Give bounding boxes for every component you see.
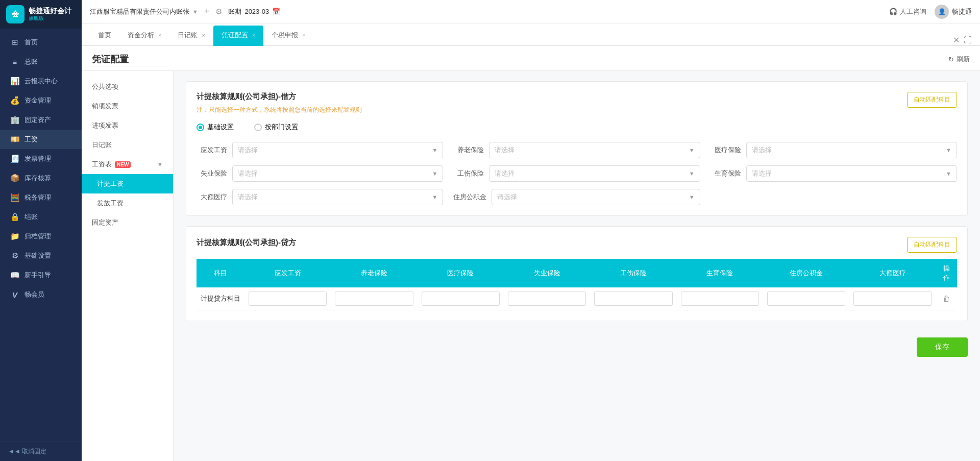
username-label: 畅捷通 (952, 7, 972, 16)
delete-row-button[interactable]: 🗑 (943, 295, 950, 303)
sidebar-item-fixed-assets[interactable]: 🏢 固定资产 (0, 110, 82, 130)
row-salary-input[interactable] (244, 287, 331, 310)
page-content: 凭证配置 ↻ 刷新 公共选项 销项发票 进项发票 日记账 (82, 46, 980, 461)
left-nav-sales-invoice[interactable]: 销项发票 (82, 96, 173, 116)
refresh-button[interactable]: ↻ 刷新 (948, 55, 970, 64)
sidebar-item-ledger-label: 总账 (24, 57, 38, 66)
sidebar-item-guide[interactable]: 📖 新手引导 (0, 265, 82, 285)
tab-funds-label: 资金分析 (128, 31, 154, 40)
left-nav-salary-pay[interactable]: 发放工资 (82, 193, 173, 213)
unemployment-select[interactable]: 请选择 ▼ (232, 165, 443, 182)
radio-basic[interactable]: 基础设置 (197, 123, 234, 132)
sidebar-item-basic[interactable]: ⚙ 基础设置 (0, 246, 82, 265)
medical-select[interactable]: 请选择 ▼ (746, 142, 957, 158)
unemployment-input[interactable] (508, 292, 586, 306)
company-selector[interactable]: 江西服宝精品有限责任公司内账张 ▼ (90, 7, 198, 16)
radio-group: 基础设置 按部门设置 (197, 123, 957, 132)
left-nav-salary-accrual[interactable]: 计提工资 (82, 174, 173, 193)
auto-match-credit-button[interactable]: 自动匹配科目 (907, 237, 957, 253)
logo-text: 畅捷通好会计 (29, 7, 71, 15)
left-nav-purchase-invoice[interactable]: 进项发票 (82, 116, 173, 135)
auto-match-debit-button[interactable]: 自动匹配科目 (907, 92, 957, 108)
sidebar-item-funds[interactable]: 💰 资金管理 (0, 91, 82, 110)
section-debit: 计提核算规则(公司承担)-借方 注：只能选择一种方式，系统将按照您当前的选择来配… (186, 81, 968, 216)
pension-select[interactable]: 请选择 ▼ (489, 142, 700, 158)
topbar: 江西服宝精品有限责任公司内账张 ▼ + ⚙ 账期 2023-03 📅 🎧 人工咨… (82, 0, 980, 23)
tab-home-label: 首页 (98, 31, 111, 40)
section-debit-title: 计提核算规则(公司承担)-借方 (197, 92, 362, 102)
left-nav-salary-accrual-label: 计提工资 (97, 179, 124, 188)
work-injury-label: 工伤保险 (453, 169, 484, 178)
maximize-icon[interactable]: ⛶ (964, 36, 972, 45)
big-medical-arrow: ▼ (432, 194, 437, 200)
medical-arrow: ▼ (946, 147, 951, 153)
tab-voucher-config[interactable]: 凭证配置 × (213, 26, 263, 46)
sidebar-item-salary-label: 工资 (24, 135, 38, 144)
housing-select[interactable]: 请选择 ▼ (492, 189, 700, 205)
row-pension-input[interactable] (331, 287, 417, 310)
add-account-button[interactable]: + (204, 6, 210, 17)
section-credit-title: 计提核算规则(公司承担)-贷方 (197, 238, 296, 248)
sidebar-item-salary[interactable]: 💴 工资 (0, 130, 82, 149)
tab-journal-close[interactable]: × (202, 32, 205, 38)
close-window-icon[interactable]: ✕ (953, 35, 960, 45)
form-item-big-medical: 大额医疗 请选择 ▼ (197, 189, 443, 205)
period-value: 2023-03 (244, 8, 269, 15)
maternity-select[interactable]: 请选择 ▼ (746, 165, 957, 182)
row-maternity-input[interactable] (677, 287, 763, 310)
save-button[interactable]: 保存 (917, 337, 968, 357)
row-housing-input[interactable] (763, 287, 849, 310)
settings-icon[interactable]: ⚙ (215, 7, 222, 16)
salary-input[interactable] (249, 292, 327, 306)
tab-journal[interactable]: 日记账 × (169, 26, 213, 46)
sidebar-item-inventory[interactable]: 📦 库存核算 (0, 168, 82, 188)
radio-dept-label: 按部门设置 (265, 123, 298, 132)
avatar: 👤 (935, 5, 949, 19)
sidebar-footer-cancel-pin[interactable]: ◄◄ 取消固定 (0, 442, 82, 461)
medical-input[interactable] (422, 292, 500, 306)
housing-input[interactable] (767, 292, 845, 306)
left-nav-journal[interactable]: 日记账 (82, 135, 173, 155)
tab-voucher-config-close[interactable]: × (252, 32, 255, 38)
period-area: 账期 2023-03 📅 (228, 7, 280, 16)
consult-button[interactable]: 🎧 人工咨询 (889, 7, 926, 16)
work-injury-select[interactable]: 请选择 ▼ (489, 165, 700, 182)
calendar-icon[interactable]: 📅 (272, 8, 280, 15)
row-unemployment-input[interactable] (504, 287, 590, 310)
form-item-maternity: 生育保险 请选择 ▼ (710, 165, 957, 182)
tab-tax-report-close[interactable]: × (302, 32, 305, 38)
left-nav-public[interactable]: 公共选项 (82, 77, 173, 96)
sidebar-item-vip[interactable]: V 畅会员 (0, 285, 82, 304)
sidebar-logo: 会 畅捷通好会计 旗舰版 (0, 0, 82, 29)
sidebar-item-invoice[interactable]: 🧾 发票管理 (0, 149, 82, 168)
radio-dept[interactable]: 按部门设置 (254, 123, 298, 132)
salary-select[interactable]: 请选择 ▼ (232, 142, 443, 158)
work-injury-input[interactable] (594, 292, 672, 306)
form-item-work-injury: 工伤保险 请选择 ▼ (453, 165, 700, 182)
sidebar-item-ledger[interactable]: ≡ 总账 (0, 52, 82, 71)
big-medical-select[interactable]: 请选择 ▼ (232, 189, 443, 205)
sidebar-item-home-label: 首页 (24, 38, 38, 47)
tab-home[interactable]: 首页 (90, 26, 119, 46)
sidebar-item-reports[interactable]: 📊 云报表中心 (0, 71, 82, 91)
row-big-medical-input[interactable] (849, 287, 936, 310)
left-nav-fixed-assets[interactable]: 固定资产 (82, 213, 173, 232)
reports-icon: 📊 (10, 77, 19, 86)
tab-tax-report[interactable]: 个税申报 × (263, 26, 313, 46)
row-work-injury-input[interactable] (590, 287, 676, 310)
row-medical-input[interactable] (418, 287, 504, 310)
big-medical-input[interactable] (853, 292, 932, 306)
tab-funds-close[interactable]: × (158, 32, 161, 38)
main-area: 江西服宝精品有限责任公司内账张 ▼ + ⚙ 账期 2023-03 📅 🎧 人工咨… (82, 0, 980, 461)
user-menu[interactable]: 👤 畅捷通 (935, 5, 972, 19)
tab-funds[interactable]: 资金分析 × (119, 26, 169, 46)
sidebar-item-close[interactable]: 🔒 结账 (0, 207, 82, 227)
maternity-input[interactable] (681, 292, 759, 306)
sidebar-item-home[interactable]: ⊞ 首页 (0, 33, 82, 52)
sidebar-item-tax[interactable]: 🧮 税务管理 (0, 188, 82, 207)
section-credit: 计提核算规则(公司承担)-贷方 自动匹配科目 科目 应发工资 养老保险 医疗保险… (186, 226, 968, 321)
sidebar-item-archive[interactable]: 📁 归档管理 (0, 227, 82, 246)
pension-input[interactable] (335, 292, 413, 306)
salary-label: 应发工资 (197, 145, 227, 155)
left-nav-salary-table[interactable]: 工资表 NEW ▼ (82, 155, 173, 174)
